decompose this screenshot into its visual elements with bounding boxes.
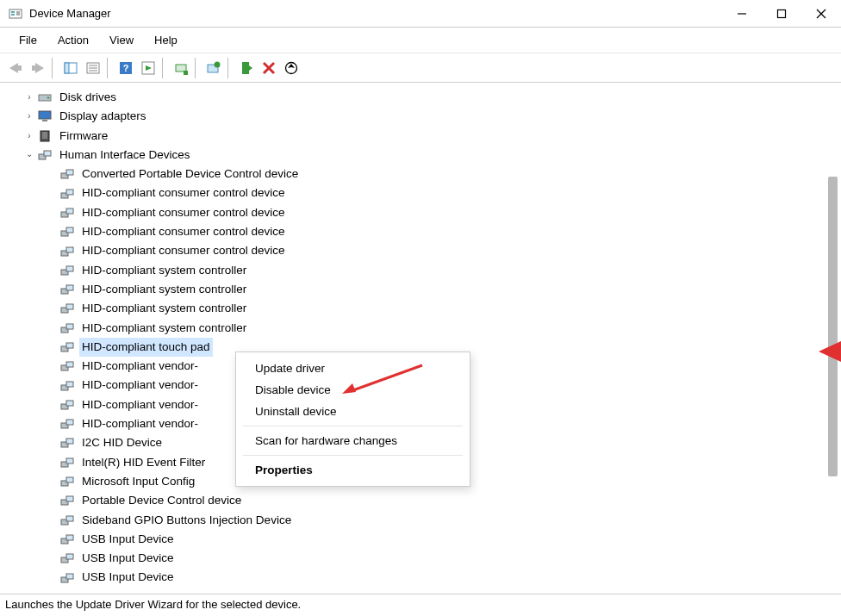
tree-item-label: HID-compliant consumer control device xyxy=(79,184,288,202)
tree-item-hid-child[interactable]: HID-compliant system controller xyxy=(9,261,841,280)
close-button[interactable] xyxy=(801,0,841,28)
tree-item-hid-child[interactable]: HID-compliant system controller xyxy=(9,319,841,338)
hid-device-icon xyxy=(60,551,74,565)
context-scan-hardware[interactable]: Scan for hardware changes xyxy=(236,430,470,451)
tree-item-display-adapters[interactable]: › Display adapters xyxy=(9,107,841,126)
svg-rect-56 xyxy=(66,304,73,309)
chevron-right-icon[interactable]: › xyxy=(24,107,34,126)
tree-item-label: HID-compliant vendor- xyxy=(79,395,201,414)
chevron-right-icon[interactable]: › xyxy=(24,88,34,107)
forward-button[interactable] xyxy=(28,58,48,78)
tree-item-label: HID-compliant consumer control device xyxy=(79,241,288,260)
disable-toolbar-button[interactable] xyxy=(236,58,257,78)
tree-item-label: Disk drives xyxy=(57,88,119,107)
chevron-down-icon[interactable]: ⌄ xyxy=(24,145,34,164)
svg-rect-70 xyxy=(66,439,73,444)
scan-hardware-toolbar-button[interactable] xyxy=(281,58,302,78)
svg-rect-46 xyxy=(66,208,73,214)
hid-device-icon xyxy=(60,321,74,335)
toolbar-separator xyxy=(227,58,233,78)
hid-device-icon xyxy=(60,494,74,507)
hid-device-icon xyxy=(60,264,74,277)
tree-item-firmware[interactable]: › Firmware xyxy=(9,127,841,146)
action-toolbar-button[interactable] xyxy=(138,58,159,78)
back-button[interactable] xyxy=(5,58,26,78)
tree-item-hid[interactable]: ⌄ Human Interface Devices xyxy=(9,146,841,165)
hid-device-icon xyxy=(60,225,74,239)
svg-rect-64 xyxy=(66,382,73,387)
svg-rect-44 xyxy=(66,190,73,195)
hid-device-icon xyxy=(60,532,74,546)
app-icon xyxy=(9,7,22,21)
svg-rect-58 xyxy=(66,324,73,329)
tree-item-hid-child[interactable]: USB Input Device xyxy=(9,568,841,587)
svg-rect-82 xyxy=(66,554,73,559)
svg-point-23 xyxy=(215,61,221,67)
svg-rect-66 xyxy=(66,401,73,406)
svg-rect-3 xyxy=(16,11,20,16)
tree-item-hid-child[interactable]: Converted Portable Device Control device xyxy=(9,165,841,184)
tree-item-hid-child[interactable]: Portable Device Control device xyxy=(9,491,841,510)
tree-item-label: Converted Portable Device Control device xyxy=(79,165,301,184)
menu-file[interactable]: File xyxy=(9,30,47,50)
hid-device-icon xyxy=(60,167,74,181)
context-uninstall-device[interactable]: Uninstall device xyxy=(236,401,470,422)
hid-device-icon xyxy=(60,513,74,527)
toolbar-separator xyxy=(195,58,200,78)
tree-item-hid-child[interactable]: Sideband GPIO Buttons Injection Device xyxy=(9,511,841,530)
tree-item-label: HID-compliant touch pad xyxy=(79,338,213,357)
tree-item-label: HID-compliant consumer control device xyxy=(79,203,288,222)
enable-device-toolbar-button[interactable] xyxy=(171,58,191,78)
svg-rect-24 xyxy=(242,62,249,74)
tree-item-label: Firmware xyxy=(57,127,110,146)
tree-item-hid-child[interactable]: HID-compliant system controller xyxy=(9,299,841,318)
svg-marker-87 xyxy=(819,341,841,362)
tree-item-disk-drives[interactable]: › Disk drives xyxy=(9,88,841,107)
tree-item-hid-child[interactable]: HID-compliant consumer control device xyxy=(9,184,841,202)
tree-item-label: USB Input Device xyxy=(79,549,177,568)
menu-action[interactable]: Action xyxy=(47,30,99,50)
svg-rect-60 xyxy=(66,343,73,348)
uninstall-toolbar-button[interactable] xyxy=(259,58,279,78)
tree-item-hid-child[interactable]: HID-compliant consumer control device xyxy=(9,203,841,222)
menu-view[interactable]: View xyxy=(99,30,144,50)
hid-device-icon xyxy=(60,206,74,220)
scrollbar-thumb[interactable] xyxy=(828,177,838,476)
svg-rect-78 xyxy=(66,516,73,521)
tree-item-label: I2C HID Device xyxy=(79,433,165,452)
svg-rect-11 xyxy=(65,63,69,73)
tree-item-hid-child[interactable]: USB Input Device xyxy=(9,530,841,549)
context-properties[interactable]: Properties xyxy=(236,459,470,481)
maximize-button[interactable] xyxy=(762,0,801,28)
tree-item-label: USB Input Device xyxy=(79,530,177,549)
show-hide-console-tree-button[interactable] xyxy=(60,58,81,78)
help-toolbar-button[interactable]: ? xyxy=(115,58,136,78)
device-tree-area: › Disk drives › Display adapters › Firmw… xyxy=(0,84,841,592)
svg-rect-20 xyxy=(176,65,186,72)
tree-item-label: HID-compliant system controller xyxy=(79,319,249,338)
tree-item-hid-child[interactable]: HID-compliant consumer control device xyxy=(9,222,841,241)
svg-rect-68 xyxy=(66,420,73,425)
minimize-button[interactable] xyxy=(722,0,762,28)
title-bar: Device Manager xyxy=(0,0,841,28)
svg-rect-48 xyxy=(66,227,73,233)
svg-rect-42 xyxy=(66,170,73,175)
svg-rect-52 xyxy=(66,266,73,271)
svg-point-31 xyxy=(47,96,49,98)
update-driver-toolbar-button[interactable] xyxy=(203,58,224,78)
chevron-right-icon[interactable]: › xyxy=(24,127,34,146)
tree-item-hid-child[interactable]: HID-compliant system controller xyxy=(9,280,841,299)
toolbar: ? xyxy=(0,53,841,83)
svg-line-85 xyxy=(351,365,422,391)
display-icon xyxy=(38,109,52,123)
device-tree[interactable]: › Disk drives › Display adapters › Firmw… xyxy=(0,84,841,588)
tree-item-hid-child[interactable]: USB Input Device xyxy=(9,549,841,568)
properties-toolbar-button[interactable] xyxy=(83,58,103,78)
menu-help[interactable]: Help xyxy=(144,30,188,50)
hid-device-icon xyxy=(60,283,74,296)
hid-device-icon xyxy=(60,436,74,450)
tree-item-hid-child[interactable]: HID-compliant consumer control device xyxy=(9,241,841,260)
svg-rect-54 xyxy=(66,285,73,290)
svg-marker-29 xyxy=(288,64,295,68)
svg-rect-40 xyxy=(44,151,51,156)
